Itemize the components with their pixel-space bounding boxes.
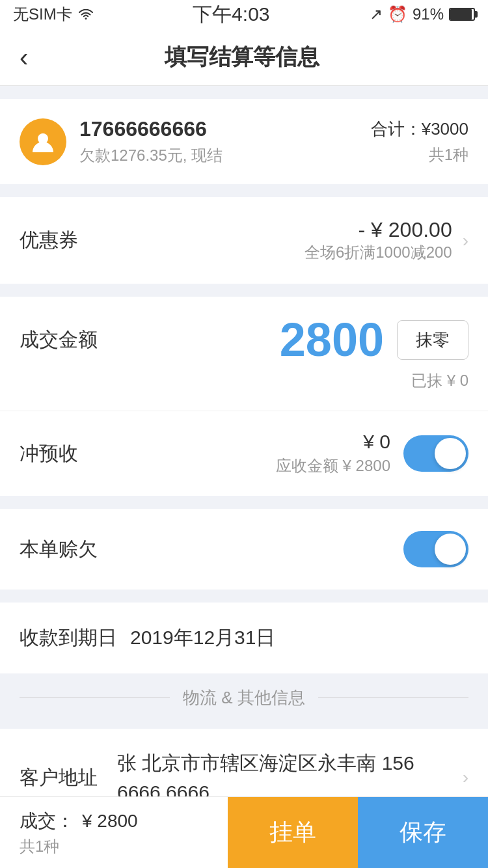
coupon-chevron-icon: ›: [463, 230, 468, 251]
back-button[interactable]: ‹: [20, 44, 28, 70]
bottom-total: 成交： ¥ 2800 共1种: [0, 809, 228, 857]
chong-row: 冲预收 ¥ 0 应收金额 ¥ 2800: [20, 431, 468, 476]
customer-phone: 17666666666: [79, 117, 223, 141]
customer-left: 17666666666 欠款1276.35元, 现结: [20, 117, 223, 166]
deal-amount-right: 2800 抹零: [280, 316, 468, 363]
bottom-deal-amount: ¥ 2800: [82, 811, 138, 832]
divider-line-left: [20, 698, 170, 698]
hang-order-button[interactable]: 挂单: [228, 797, 358, 869]
chong-right: ¥ 0 应收金额 ¥ 2800: [276, 431, 468, 476]
round-zero-button[interactable]: 抹零: [397, 320, 468, 360]
coupon-section: 优惠券 - ¥ 200.00 全场6折满1000减200 ›: [0, 197, 488, 284]
status-bar: 无SIM卡 下午4:03 ↗ ⏰ 91%: [0, 0, 488, 29]
logistics-divider-text: 物流 & 其他信息: [183, 686, 305, 709]
coupon-label: 优惠券: [20, 227, 78, 254]
deal-amount-section: 成交金额 2800 抹零 已抹 ¥ 0: [0, 297, 488, 411]
customer-card: 17666666666 欠款1276.35元, 现结 合计：¥3000 共1种: [0, 99, 488, 184]
chong-section: 冲预收 ¥ 0 应收金额 ¥ 2800: [0, 411, 488, 496]
coupon-discount: - ¥ 200.00: [305, 218, 452, 242]
logistics-divider: 物流 & 其他信息: [0, 673, 488, 722]
total-label: 合计：¥3000: [371, 118, 468, 141]
nav-bar: ‹ 填写结算等信息: [0, 29, 488, 86]
battery-percent: 91%: [413, 5, 444, 23]
due-date-value: 2019年12月31日: [130, 625, 275, 651]
alarm-icon: ⏰: [388, 5, 407, 23]
deal-amount-sub: 已抹 ¥ 0: [411, 372, 468, 389]
due-date-section: 收款到期日 2019年12月31日: [0, 603, 488, 673]
deal-amount-row: 成交金额 2800 抹零: [20, 316, 468, 363]
chong-sub: 应收金额 ¥ 2800: [276, 455, 390, 476]
total-count: 共1种: [371, 144, 468, 165]
avatar: [20, 118, 66, 165]
chong-toggle[interactable]: [403, 435, 468, 472]
bottom-total-main: 成交： ¥ 2800: [20, 809, 208, 834]
coupon-right: - ¥ 200.00 全场6折满1000减200 ›: [305, 218, 468, 263]
address-chevron-icon: ›: [463, 767, 468, 788]
benshen-toggle[interactable]: [403, 531, 468, 567]
save-button[interactable]: 保存: [358, 797, 488, 869]
page-title: 填写结算等信息: [41, 42, 442, 72]
carrier-text: 无SIM卡: [13, 4, 72, 25]
chong-label: 冲预收: [20, 441, 78, 467]
location-icon: ↗: [370, 5, 383, 23]
coupon-row[interactable]: 优惠券 - ¥ 200.00 全场6折满1000减200 ›: [0, 197, 488, 284]
status-left: 无SIM卡: [13, 4, 93, 25]
benshen-toggle-knob: [435, 534, 466, 565]
wifi-icon: [79, 5, 93, 23]
bottom-bar: 成交： ¥ 2800 共1种 挂单 保存: [0, 796, 488, 868]
customer-sub: 欠款1276.35元, 现结: [79, 145, 223, 166]
benshen-section: 本单赊欠: [0, 509, 488, 590]
address-label: 客户地址: [20, 765, 98, 791]
customer-right: 合计：¥3000 共1种: [371, 118, 468, 165]
status-time: 下午4:03: [193, 1, 269, 28]
toggle-knob: [435, 438, 466, 469]
deal-amount-value: 2800: [280, 316, 384, 363]
benshen-label: 本单赊欠: [20, 536, 98, 563]
coupon-sub: 全场6折满1000减200: [305, 242, 452, 263]
deal-amount-label: 成交金额: [20, 327, 98, 353]
bottom-deal-label: 成交：: [20, 809, 74, 834]
bottom-total-sub: 共1种: [20, 836, 208, 857]
chong-amount: ¥ 0: [276, 431, 390, 453]
battery-icon: [449, 8, 475, 21]
status-right: ↗ ⏰ 91%: [370, 5, 475, 23]
due-date-label: 收款到期日: [20, 625, 117, 651]
customer-info: 17666666666 欠款1276.35元, 现结: [79, 117, 223, 166]
chong-value: ¥ 0 应收金额 ¥ 2800: [276, 431, 390, 476]
divider-line-right: [318, 698, 468, 698]
